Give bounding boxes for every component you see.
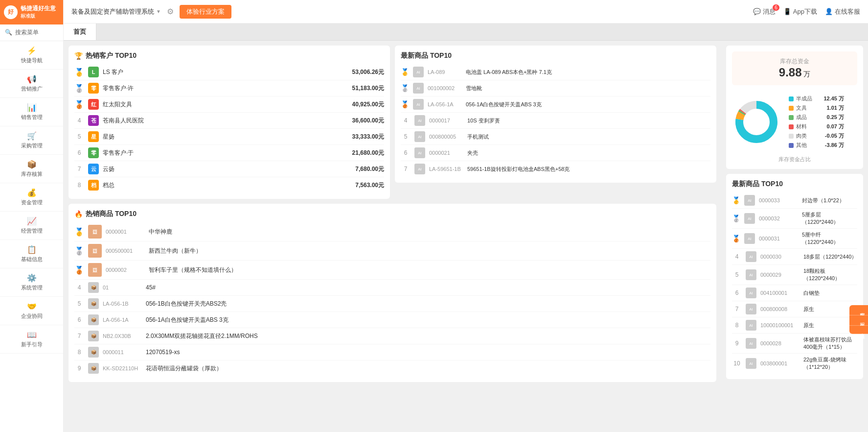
- new-product-right-item: 7 AI 000800008 原生: [732, 301, 857, 317]
- rank-icon: 🥉: [74, 265, 84, 275]
- customer-list-item: 🥈 零 零售客户·许 51,183.00元: [74, 80, 384, 96]
- product-icon: 📦: [88, 347, 99, 358]
- product-code: LA-056-1B: [103, 301, 142, 307]
- main-area: 装备及固定资产辅助管理系统 ▼ ⚙ 体验行业方案 💬 消息 6 📱 App下载 …: [64, 0, 868, 432]
- hot-product-item: 🥇 🖼 0000001 中华神鹿: [74, 222, 710, 241]
- product-name: 新西兰牛肉（新牛）: [149, 247, 710, 255]
- new-products-right-list: 🥇 AI 0000033 封边带（1.0*22） 🥈 AI 0000032 5厘…: [732, 192, 857, 373]
- hot-product-item: 7 📦 NB2.0X30B 2.0X30MM双搓花轴搓花直径2.1MM/ROHS: [74, 328, 710, 344]
- legend-name: 材料: [796, 123, 812, 130]
- customer-avatar: 苍: [88, 115, 99, 126]
- product-name: 手机测试: [467, 133, 710, 141]
- gear-icon[interactable]: ⚙: [167, 7, 174, 16]
- legend-item: 文具 1.01 万: [789, 104, 844, 112]
- trial-button[interactable]: 体验行业方案: [180, 5, 231, 19]
- float-action-button[interactable]: 服务社区: [849, 315, 868, 326]
- customer-list-item: 5 星 星扬 33,333.00元: [74, 129, 384, 145]
- float-action-button[interactable]: 直播: [849, 326, 868, 334]
- customer-list-item: 7 云 云扬 7,680.00元: [74, 161, 384, 177]
- sidebar-item-operations[interactable]: 📈 经营管理: [0, 212, 63, 240]
- online-service-button[interactable]: 👤 在线客服: [825, 7, 860, 16]
- product-code: KK-SD22110H: [103, 365, 142, 371]
- product-name: 18多层（1220*2440）: [803, 253, 857, 261]
- product-code: 0000032: [759, 216, 798, 221]
- legend-dot: [789, 134, 794, 139]
- rank-num: 8: [74, 182, 84, 189]
- customer-name: 红太阳文具: [103, 100, 348, 109]
- app-download-button[interactable]: 📱 App下载: [783, 7, 817, 16]
- top-section: 🏆 热销客户 TOP10 🥇 L LS 客户 53,006.26元 🥈 零 零售…: [69, 46, 716, 204]
- hot-product-item: 5 📦 LA-056-1B 056-1B白色按键开关壳ABS2壳: [74, 296, 710, 312]
- product-name: 智利车子里（规格不知道填什么）: [149, 266, 710, 274]
- sidebar-item-quicknav[interactable]: ⚡ 快捷导航: [0, 41, 63, 70]
- product-name: 夹壳: [467, 149, 710, 157]
- sidebar-search[interactable]: 🔍 搜索菜单: [0, 24, 63, 41]
- inventory-total: 库存总资金 9.88 万: [732, 51, 857, 85]
- sys-name-dropdown-icon[interactable]: ▼: [156, 9, 161, 14]
- quicknav-icon: ⚡: [27, 46, 37, 55]
- system-label: 系统管理: [21, 284, 43, 291]
- phone-icon: 📱: [783, 8, 791, 15]
- rank-num: 4: [74, 284, 84, 291]
- collab-label: 企业协同: [21, 312, 43, 320]
- product-name: 2.0X30MM双搓花轴搓花直径2.1MM/ROHS: [146, 332, 710, 340]
- sidebar-item-collab[interactable]: 🤝 企业协同: [0, 297, 63, 325]
- new-product-right-item: 🥇 AI 0000033 封边带（1.0*22）: [732, 192, 857, 209]
- fire-icon: 🔥: [74, 210, 83, 218]
- sales-icon: 📊: [27, 103, 37, 112]
- product-image: 🖼: [88, 263, 102, 277]
- legend-name: 其他: [796, 142, 812, 149]
- hot-product-item: 🥈 🖼 000500001 新西兰牛肉（新牛）: [74, 241, 710, 261]
- product-icon: AI: [746, 320, 756, 331]
- product-icon: AI: [746, 251, 756, 262]
- product-icon: AI: [744, 233, 755, 244]
- new-product-right-item: 5 AI 0000029 18颗粒板（1220*2440）: [732, 265, 857, 285]
- sidebar-item-basics[interactable]: 📋 基础信息: [0, 240, 63, 268]
- product-code: NB2.0X30B: [103, 333, 142, 339]
- rank-num: 4: [401, 117, 411, 124]
- tab-home[interactable]: 首页: [64, 24, 96, 40]
- purchase-label: 采购管理: [21, 142, 43, 149]
- new-product-right-item: 🥈 AI 0000032 5厘多层（1220*2440）: [732, 209, 857, 229]
- sidebar-item-marketing[interactable]: 📢 营销推广: [0, 70, 63, 98]
- collab-icon: 🤝: [27, 302, 37, 311]
- sidebar-nav: ⚡ 快捷导航 📢 营销推广 📊 销售管理 🛒 采购管理 📦 库存核算 💰 资金管…: [0, 41, 63, 432]
- rank-icon: 🥇: [74, 68, 84, 77]
- product-name: 10S 变刹罗蒉: [467, 117, 710, 124]
- inventory-card: 库存总资金 9.88 万: [726, 46, 863, 169]
- search-label: 搜索菜单: [15, 28, 39, 37]
- sales-label: 销售管理: [21, 114, 43, 121]
- product-icon: AI: [746, 338, 756, 349]
- sidebar-item-guide[interactable]: 📖 新手引导: [0, 325, 63, 354]
- float-action-button[interactable]: 客服热线: [849, 305, 868, 315]
- product-code: 0000028: [760, 340, 799, 346]
- hot-products-list: 🥇 🖼 0000001 中华神鹿 🥈 🖼 000500001 新西兰牛肉（新牛）…: [74, 222, 710, 376]
- sidebar-item-inventory[interactable]: 📦 库存核算: [0, 155, 63, 183]
- sidebar-item-purchase[interactable]: 🛒 采购管理: [0, 126, 63, 155]
- product-name: 056-1B白色按键开关壳ABS2壳: [146, 300, 710, 308]
- logo-sub: 标准版: [21, 13, 56, 20]
- rank-num: 9: [732, 340, 742, 347]
- inventory-chart-label: 库存资金占比: [732, 156, 857, 163]
- finance-label: 资金管理: [21, 199, 43, 206]
- rank-icon: 🥇: [732, 196, 740, 204]
- sidebar-item-finance[interactable]: 💰 资金管理: [0, 183, 63, 212]
- legend-item: 肉类 -0.05 万: [789, 132, 844, 140]
- inventory-legend: 半成品 12.45 万 文具 1.01 万 成品 0.25 万 材料 0.07 …: [789, 95, 844, 149]
- guide-label: 新手引导: [21, 341, 43, 348]
- customer-name: 星扬: [103, 133, 348, 141]
- sidebar-item-sales[interactable]: 📊 销售管理: [0, 98, 63, 126]
- product-code: 0000017: [429, 118, 463, 123]
- hot-product-item: 8 📦 0000011 12070519-xs: [74, 344, 710, 360]
- rank-icon: 🥉: [732, 235, 740, 242]
- product-code: LA-056-1A: [428, 101, 462, 107]
- new-product-right-item: 🥉 AI 0000031 5厘中纤（1220*2440）: [732, 229, 857, 249]
- legend-item: 半成品 12.45 万: [789, 95, 844, 102]
- message-button[interactable]: 💬 消息 6: [753, 7, 776, 16]
- top-customers-card: 🏆 热销客户 TOP10 🥇 L LS 客户 53,006.26元 🥈 零 零售…: [69, 46, 390, 199]
- rank-num: 4: [74, 117, 84, 124]
- header: 装备及固定资产辅助管理系统 ▼ ⚙ 体验行业方案 💬 消息 6 📱 App下载 …: [64, 0, 868, 24]
- inventory-value: 9.88: [779, 66, 802, 79]
- sidebar-item-system[interactable]: ⚙️ 系统管理: [0, 268, 63, 297]
- purchase-icon: 🛒: [27, 131, 37, 141]
